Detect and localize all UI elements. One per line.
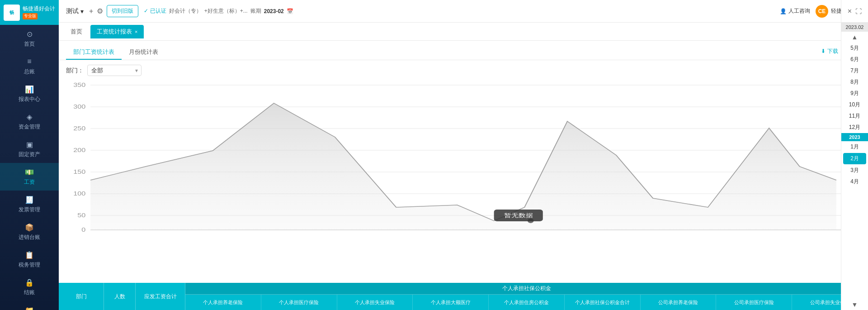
date-month-1[interactable]: 1月 [841, 141, 868, 153]
filter-bar: 部门： 全部 [59, 60, 868, 81]
sub-tab-monthly[interactable]: 月份统计表 [122, 45, 165, 60]
date-month-12[interactable]: 12月 [841, 122, 868, 133]
sidebar-item-ledger[interactable]: ≡ 总账 [0, 52, 59, 80]
ledger-icon: ≡ [25, 57, 34, 66]
tabs-bar: 首页 工资统计报表 × × ⛶ [59, 23, 868, 41]
invoice-icon: 🧾 [25, 195, 34, 204]
sidebar-item-settle[interactable]: 🔒 结账 [0, 273, 59, 301]
support-button[interactable]: 👤 人工咨询 [780, 7, 810, 15]
main-area: 测试 ▾ + ⚙ 切到旧版 ✓ 已认证 好会计（专） +好生意（标）+... 账… [59, 0, 868, 310]
sub-col-1: 个人承担医疗保险 [261, 295, 337, 310]
date-month-2-active[interactable]: 2月 [843, 153, 866, 164]
sub-col-3: 个人承担大额医疗 [413, 295, 489, 310]
sidebar-item-label: 资金管理 [19, 123, 40, 131]
home-icon: ⊙ [25, 29, 34, 38]
date-nav-up[interactable]: ▲ [850, 32, 860, 43]
sub-col-6: 公司承担养老保险 [641, 295, 717, 310]
sub-col-0: 个人承担养老保险 [185, 295, 261, 310]
edition-badge: 专业版 [23, 13, 38, 19]
date-nav-down[interactable]: ▼ [850, 299, 860, 310]
date-month-10[interactable]: 10月 [841, 99, 868, 110]
content-area: 部门工资统计表 月份统计表 ⬇ 下载 ↻ 刷新 部门： 全部 [59, 41, 868, 310]
sidebar-item-salary[interactable]: 💵 工资 [0, 163, 59, 191]
dept-select[interactable]: 全部 [87, 65, 142, 76]
panel-close-btn[interactable]: × [848, 7, 852, 15]
tax-icon: 📋 [25, 250, 34, 259]
svg-text:0: 0 [81, 227, 85, 233]
tab-close-icon[interactable]: × [135, 29, 137, 34]
sub-col-4: 个人承担住房公积金 [489, 295, 565, 310]
date-year-2023: 2023 [841, 133, 868, 141]
sidebar-item-invoice[interactable]: 🧾 发票管理 [0, 191, 59, 218]
date-header: 2023.02 [841, 23, 868, 32]
assets-icon: ▣ [25, 140, 34, 149]
settle-icon: 🔒 [25, 278, 34, 287]
panel-maximize-btn[interactable]: ⛶ [855, 8, 862, 15]
download-button[interactable]: ⬇ 下载 [821, 48, 838, 55]
switch-old-button[interactable]: 切到旧版 [107, 5, 138, 17]
sub-col-7: 公司承担医疗保险 [716, 295, 792, 310]
sub-tabs: 部门工资统计表 月份统计表 ⬇ 下载 ↻ 刷新 [59, 41, 868, 60]
date-month-4[interactable]: 4月 [841, 176, 868, 187]
date-month-8[interactable]: 8月 [841, 76, 868, 88]
date-month-6[interactable]: 6月 [841, 54, 868, 65]
col-group-personal-cells: 个人承担养老保险 个人承担医疗保险 个人承担失业保险 个人承担大额医疗 个人承担… [185, 295, 868, 310]
topbar-actions: + ⚙ 切到旧版 [89, 5, 138, 17]
sales-icon: 📦 [25, 223, 34, 232]
date-month-5[interactable]: 5月 [841, 43, 868, 54]
extra-services: +好生意（标）+... [204, 7, 248, 15]
svg-text:200: 200 [73, 147, 85, 153]
right-panel-top: × ⛶ [841, 0, 868, 23]
sidebar-item-assets[interactable]: ▣ 固定资产 [0, 135, 59, 163]
calendar-icon[interactable]: 📅 [287, 8, 293, 14]
table-footer: 部门 人数 应发工资合计 个人承担社保公积金 个人承担养老保险 个人承担医疗保险… [59, 283, 868, 310]
chart-area: 350 300 250 200 150 100 50 0 [59, 81, 868, 283]
sidebar-item-archive[interactable]: 📁 归档管理 [0, 301, 59, 310]
date-month-11[interactable]: 11月 [841, 110, 868, 122]
topbar-status: ✓ 已认证 好会计（专） +好生意（标）+... 账期 2023-02 📅 [144, 7, 293, 15]
sidebar-item-label: 总账 [24, 68, 35, 76]
sidebar: 畅 畅捷通好会计 专业版 ⊙ 首页 ≡ 总账 📊 报表中心 ◈ 资金管理 ▣ 固… [0, 0, 59, 310]
company-name[interactable]: 测试 ▾ [66, 7, 84, 15]
date-month-9[interactable]: 9月 [841, 88, 868, 99]
sub-col-5: 个人承担社保公积金合计 [565, 295, 641, 310]
tab-home[interactable]: 首页 [64, 25, 89, 38]
sub-tab-dept[interactable]: 部门工资统计表 [66, 45, 122, 60]
right-panel: × ⛶ 2023.02 ▲ 5月 6月 7月 8月 9月 10月 11月 12月… [841, 0, 868, 310]
sidebar-item-home[interactable]: ⊙ 首页 [0, 25, 59, 52]
col-group-personal-header: 个人承担社保公积金 [185, 283, 868, 295]
sidebar-item-label: 工资 [24, 178, 35, 186]
svg-marker-16 [90, 103, 836, 230]
svg-text:350: 350 [73, 82, 85, 88]
sidebar-item-label: 进销台账 [19, 234, 40, 241]
date-month-7[interactable]: 7月 [841, 65, 868, 76]
tab-home-label: 首页 [71, 28, 82, 36]
sidebar-item-funds[interactable]: ◈ 资金管理 [0, 108, 59, 135]
dept-filter-label: 部门： [66, 67, 84, 75]
sidebar-item-reports[interactable]: 📊 报表中心 [0, 80, 59, 108]
svg-text:300: 300 [73, 104, 85, 110]
date-month-3[interactable]: 3月 [841, 165, 868, 176]
sidebar-item-tax[interactable]: 📋 税务管理 [0, 246, 59, 273]
svg-text:150: 150 [73, 169, 85, 175]
logo-icon: 畅 [4, 5, 20, 21]
tab-salary[interactable]: 工资统计报表 × [90, 25, 144, 38]
sub-col-2: 个人承担失业保险 [337, 295, 413, 310]
col-total: 应发工资合计 [136, 283, 185, 310]
svg-text:250: 250 [73, 125, 85, 131]
settings-button[interactable]: ⚙ [97, 7, 103, 15]
topbar: 测试 ▾ + ⚙ 切到旧版 ✓ 已认证 好会计（专） +好生意（标）+... 账… [59, 0, 868, 23]
verified-badge: ✓ 已认证 [144, 7, 166, 15]
dept-select-wrapper: 全部 [87, 65, 142, 76]
period-label: 账期 [250, 7, 261, 15]
download-icon: ⬇ [821, 48, 826, 54]
col-count: 人数 [104, 283, 136, 310]
add-button[interactable]: + [89, 7, 93, 15]
dropdown-icon[interactable]: ▾ [80, 8, 84, 15]
sidebar-item-label: 结账 [24, 289, 35, 296]
user-avatar: CE [816, 5, 828, 18]
support-label: 人工咨询 [788, 7, 810, 15]
sidebar-item-label: 报表中心 [19, 95, 40, 103]
sidebar-item-sales[interactable]: 📦 进销台账 [0, 218, 59, 246]
salary-icon: 💵 [25, 167, 34, 176]
